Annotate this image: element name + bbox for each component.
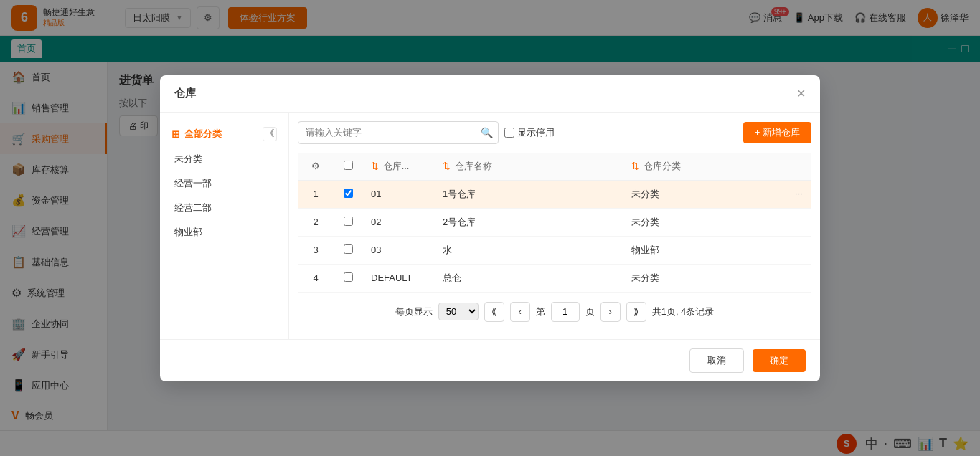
warehouse-table: ⚙ ⇅ 仓库... ⇅ bbox=[298, 153, 811, 293]
row-checkbox-cell[interactable] bbox=[334, 264, 362, 292]
modal-title: 仓库 bbox=[174, 87, 196, 100]
row-category: 未分类 bbox=[623, 264, 811, 292]
select-all-checkbox[interactable] bbox=[344, 161, 353, 170]
search-input[interactable] bbox=[298, 121, 499, 144]
show-disabled-checkbox[interactable] bbox=[504, 128, 514, 138]
modal-close-button[interactable]: ✕ bbox=[796, 87, 806, 100]
row-name: 总仓 bbox=[434, 264, 623, 292]
add-warehouse-button[interactable]: + 新增仓库 bbox=[743, 122, 811, 143]
row-code: 02 bbox=[362, 208, 434, 236]
sort-icon-name: ⇅ bbox=[443, 161, 451, 171]
col-header-code: ⇅ 仓库... bbox=[362, 153, 434, 181]
row-select-checkbox[interactable] bbox=[344, 189, 353, 198]
show-disabled-wrap: 显示停用 bbox=[504, 126, 555, 139]
table-row[interactable]: 2 02 2号仓库 未分类 bbox=[298, 208, 811, 236]
table-row[interactable]: 1 01 1号仓库 未分类··· bbox=[298, 180, 811, 208]
row-code: DEFAULT bbox=[362, 264, 434, 292]
all-categories-label: 全部分类 bbox=[184, 128, 222, 141]
col-header-name: ⇅ 仓库名称 bbox=[434, 153, 623, 181]
row-num: 2 bbox=[298, 208, 334, 236]
row-code: 03 bbox=[362, 236, 434, 264]
category-property[interactable]: 物业部 bbox=[160, 220, 288, 244]
modal-body: ⊞ 全部分类 《 未分类 经营一部 经营二部 物业部 🔍 bbox=[160, 113, 820, 339]
modal-header: 仓库 ✕ bbox=[160, 75, 820, 113]
modal-right-panel: 🔍 显示停用 + 新增仓库 ⚙ bbox=[289, 113, 820, 339]
page-size-select[interactable]: 50 10 20 100 bbox=[438, 303, 479, 320]
row-num: 1 bbox=[298, 180, 334, 208]
row-select-checkbox[interactable] bbox=[344, 272, 353, 282]
modal-pagination: 每页显示 50 10 20 100 ⟪ ‹ 第 页 › ⟫ 共1页, 4条记录 bbox=[298, 293, 811, 331]
row-checkbox-cell[interactable] bbox=[334, 236, 362, 264]
modal-overlay: 仓库 ✕ ⊞ 全部分类 《 未分类 经营一部 经营二部 物业部 bbox=[0, 0, 980, 456]
cancel-button[interactable]: 取消 bbox=[689, 348, 744, 373]
search-icon[interactable]: 🔍 bbox=[481, 127, 493, 138]
prev-page-button[interactable]: ‹ bbox=[510, 302, 530, 322]
row-action-icon[interactable]: ··· bbox=[795, 188, 803, 199]
row-num: 4 bbox=[298, 264, 334, 292]
grid-icon: ⊞ bbox=[171, 128, 180, 140]
search-input-wrap: 🔍 bbox=[298, 121, 499, 144]
row-name: 1号仓库 bbox=[434, 180, 623, 208]
row-select-checkbox[interactable] bbox=[344, 217, 353, 226]
col-header-settings[interactable]: ⚙ bbox=[298, 153, 334, 181]
sort-icon-category: ⇅ bbox=[631, 161, 639, 171]
warehouse-data-table: ⚙ ⇅ 仓库... ⇅ bbox=[298, 153, 811, 293]
row-category: 未分类 bbox=[623, 208, 811, 236]
page-number-input[interactable] bbox=[551, 302, 580, 322]
collapse-button[interactable]: 《 bbox=[263, 127, 277, 141]
page-size-label: 每页显示 bbox=[395, 305, 433, 318]
table-settings-icon: ⚙ bbox=[311, 161, 320, 171]
warehouse-modal: 仓库 ✕ ⊞ 全部分类 《 未分类 经营一部 经营二部 物业部 bbox=[160, 75, 820, 381]
first-page-button[interactable]: ⟪ bbox=[484, 302, 504, 322]
category-unclassified[interactable]: 未分类 bbox=[160, 147, 288, 171]
category-operations-2[interactable]: 经营二部 bbox=[160, 196, 288, 220]
row-checkbox-cell[interactable] bbox=[334, 208, 362, 236]
next-page-button[interactable]: › bbox=[600, 302, 621, 322]
modal-left-panel: ⊞ 全部分类 《 未分类 经营一部 经营二部 物业部 bbox=[160, 113, 289, 339]
table-row[interactable]: 3 03 水 物业部 bbox=[298, 236, 811, 264]
row-code: 01 bbox=[362, 180, 434, 208]
row-category: 物业部 bbox=[623, 236, 811, 264]
col-header-check[interactable] bbox=[334, 153, 362, 181]
table-body: 1 01 1号仓库 未分类··· 2 02 2号仓库 未分类 3 03 水 物业… bbox=[298, 180, 811, 292]
row-checkbox-cell[interactable] bbox=[334, 180, 362, 208]
row-num: 3 bbox=[298, 236, 334, 264]
total-text: 共1页, 4条记录 bbox=[652, 305, 715, 318]
row-select-checkbox[interactable] bbox=[344, 244, 353, 254]
modal-footer: 取消 确定 bbox=[160, 339, 820, 381]
sort-icon-code: ⇅ bbox=[371, 161, 379, 171]
all-categories-header[interactable]: ⊞ 全部分类 《 bbox=[160, 121, 288, 147]
last-page-button[interactable]: ⟫ bbox=[626, 302, 646, 322]
table-header-row: ⚙ ⇅ 仓库... ⇅ bbox=[298, 153, 811, 181]
row-name: 水 bbox=[434, 236, 623, 264]
modal-search-bar: 🔍 显示停用 + 新增仓库 bbox=[298, 121, 811, 144]
col-header-category: ⇅ 仓库分类 bbox=[623, 153, 811, 181]
page-no-label: 第 bbox=[536, 305, 545, 318]
table-row[interactable]: 4 DEFAULT 总仓 未分类 bbox=[298, 264, 811, 292]
category-operations-1[interactable]: 经营一部 bbox=[160, 171, 288, 196]
row-name: 2号仓库 bbox=[434, 208, 623, 236]
page-word-label: 页 bbox=[585, 305, 595, 318]
row-category: 未分类··· bbox=[623, 180, 811, 208]
show-disabled-label: 显示停用 bbox=[517, 126, 555, 139]
confirm-button[interactable]: 确定 bbox=[753, 349, 806, 372]
